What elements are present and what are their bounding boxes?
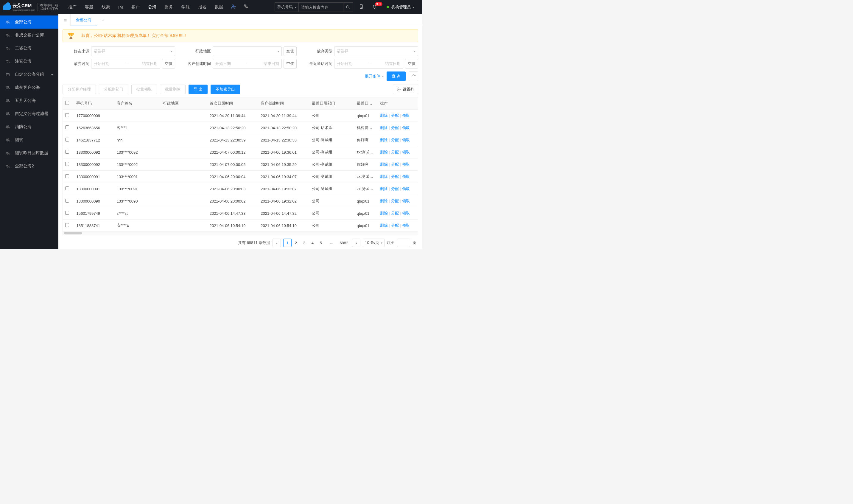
row-delete[interactable]: 删除 xyxy=(380,174,388,179)
next-page[interactable]: › xyxy=(352,239,360,247)
row-checkbox[interactable] xyxy=(65,150,69,154)
sidebar-item-2[interactable]: 二咨公海 xyxy=(0,42,58,55)
sidebar-item-5[interactable]: 成交客户公海 xyxy=(0,81,58,94)
top-nav-报名[interactable]: 报名 xyxy=(194,0,211,14)
filter-select-1[interactable]: ▾ xyxy=(213,47,282,56)
filter-select-0[interactable]: 请选择▾ xyxy=(91,47,175,56)
row-claim[interactable]: 领取 xyxy=(402,211,410,215)
top-nav-客服[interactable]: 客服 xyxy=(81,0,97,14)
row-checkbox[interactable] xyxy=(65,211,69,215)
row-assign[interactable]: 分配 xyxy=(391,174,399,179)
row-delete[interactable]: 删除 xyxy=(380,199,388,203)
select-all-checkbox[interactable] xyxy=(65,101,69,105)
row-claim[interactable]: 领取 xyxy=(402,223,410,228)
tab-list-toggle[interactable] xyxy=(60,14,71,26)
last-page[interactable]: 6882 xyxy=(338,239,350,247)
row-claim[interactable]: 领取 xyxy=(402,150,410,154)
sidebar-item-10[interactable]: 测试昨日回库数据 xyxy=(0,147,58,160)
row-claim[interactable]: 领取 xyxy=(402,125,410,130)
top-nav-客户[interactable]: 客户 xyxy=(127,0,144,14)
row-checkbox[interactable] xyxy=(65,138,69,142)
top-nav-财务[interactable]: 财务 xyxy=(161,0,177,14)
tab-add[interactable]: + xyxy=(97,18,109,23)
row-checkbox[interactable] xyxy=(65,125,69,129)
sidebar-item-11[interactable]: 全部公海2 xyxy=(0,160,58,173)
row-assign[interactable]: 分配 xyxy=(391,223,399,228)
sidebar-item-6[interactable]: 五月天公海 xyxy=(0,94,58,107)
user-menu[interactable]: 机构管理员 ▾ xyxy=(381,4,419,10)
row-delete[interactable]: 删除 xyxy=(380,211,388,215)
tab-all-pool[interactable]: 全部公海 xyxy=(71,14,97,26)
empty-value-button[interactable]: 空值 xyxy=(162,59,175,69)
add-user-icon[interactable] xyxy=(227,4,240,11)
top-nav-公海[interactable]: 公海 xyxy=(144,0,161,14)
page-3[interactable]: 3 xyxy=(300,239,308,247)
row-delete[interactable]: 删除 xyxy=(380,186,388,191)
empty-value-button[interactable]: 空值 xyxy=(284,59,297,69)
row-assign[interactable]: 分配 xyxy=(391,211,399,215)
search-type-select[interactable]: 手机号码▾ xyxy=(275,2,299,12)
row-delete[interactable]: 删除 xyxy=(380,223,388,228)
row-checkbox[interactable] xyxy=(65,186,69,190)
sidebar-item-1[interactable]: 非成交客户公海 xyxy=(0,29,58,42)
top-nav-学服[interactable]: 学服 xyxy=(177,0,194,14)
row-checkbox[interactable] xyxy=(65,223,69,227)
row-delete[interactable]: 删除 xyxy=(380,162,388,166)
row-assign[interactable]: 分配 xyxy=(391,125,399,130)
refresh-button[interactable] xyxy=(409,71,418,81)
assign-dept-button[interactable]: 分配到部门 xyxy=(99,85,128,94)
page-5[interactable]: 5 xyxy=(316,239,325,247)
sidebar-item-7[interactable]: 自定义公海过滤器 xyxy=(0,107,58,120)
sidebar-item-0[interactable]: 全部公海 xyxy=(0,16,58,29)
search-input[interactable] xyxy=(299,2,343,12)
row-assign[interactable]: 分配 xyxy=(391,186,399,191)
phone-icon[interactable] xyxy=(240,4,252,11)
batch-claim-button[interactable]: 批量领取 xyxy=(131,85,157,94)
scroll-thumb[interactable] xyxy=(64,232,82,234)
row-checkbox[interactable] xyxy=(65,174,69,178)
top-nav-数据[interactable]: 数据 xyxy=(211,0,227,14)
filter-select-2[interactable]: 请选择▾ xyxy=(334,47,418,56)
sidebar-item-8[interactable]: 消防公海 xyxy=(0,120,58,133)
row-assign[interactable]: 分配 xyxy=(391,138,399,142)
page-1[interactable]: 1 xyxy=(283,239,292,247)
row-claim[interactable]: 领取 xyxy=(402,199,410,203)
row-claim[interactable]: 领取 xyxy=(402,174,410,179)
top-nav-IM[interactable]: IM xyxy=(114,0,127,14)
row-delete[interactable]: 删除 xyxy=(380,113,388,118)
logo[interactable]: 云朵CRM www.yunduocrm.com 教育机构一站 式服务云平台 xyxy=(3,3,58,11)
mobile-icon[interactable] xyxy=(359,4,364,11)
search-button[interactable] xyxy=(343,2,353,12)
batch-delete-button[interactable]: 批量删除 xyxy=(160,85,185,94)
row-checkbox[interactable] xyxy=(65,162,69,166)
assign-manager-button[interactable]: 分配客户经理 xyxy=(62,85,96,94)
row-assign[interactable]: 分配 xyxy=(391,113,399,118)
empty-value-button[interactable]: 空值 xyxy=(405,59,418,69)
export-plain-button[interactable]: 不加密导出 xyxy=(211,85,240,94)
sidebar-item-4[interactable]: 自定义公海分组▾ xyxy=(0,68,58,81)
row-claim[interactable]: 领取 xyxy=(402,162,410,166)
row-assign[interactable]: 分配 xyxy=(391,199,399,203)
bell-icon[interactable]: 99+ xyxy=(372,4,377,11)
row-checkbox[interactable] xyxy=(65,113,69,117)
sidebar-item-9[interactable]: 测试 xyxy=(0,133,58,147)
row-claim[interactable]: 领取 xyxy=(402,113,410,118)
empty-value-button[interactable]: 空值 xyxy=(284,47,297,56)
export-button[interactable]: 导 出 xyxy=(188,85,207,94)
row-delete[interactable]: 删除 xyxy=(380,150,388,154)
page-2[interactable]: 2 xyxy=(292,239,300,247)
row-delete[interactable]: 删除 xyxy=(380,125,388,130)
query-button[interactable]: 查 询 xyxy=(386,71,406,81)
top-nav-推广[interactable]: 推广 xyxy=(64,0,81,14)
horizontal-scrollbar[interactable] xyxy=(63,232,418,235)
row-assign[interactable]: 分配 xyxy=(391,162,399,166)
row-checkbox[interactable] xyxy=(65,199,69,202)
sidebar-item-3[interactable]: 注安公海 xyxy=(0,55,58,68)
date-range-2[interactable]: 开始日期~结束日期 xyxy=(334,59,403,69)
page-4[interactable]: 4 xyxy=(308,239,316,247)
top-nav-线索[interactable]: 线索 xyxy=(97,0,114,14)
page-size-select[interactable]: 10 条/页▾ xyxy=(363,239,384,247)
row-assign[interactable]: 分配 xyxy=(391,150,399,154)
expand-filters[interactable]: 展开条件▾ xyxy=(365,74,384,79)
prev-page[interactable]: ‹ xyxy=(273,239,281,247)
